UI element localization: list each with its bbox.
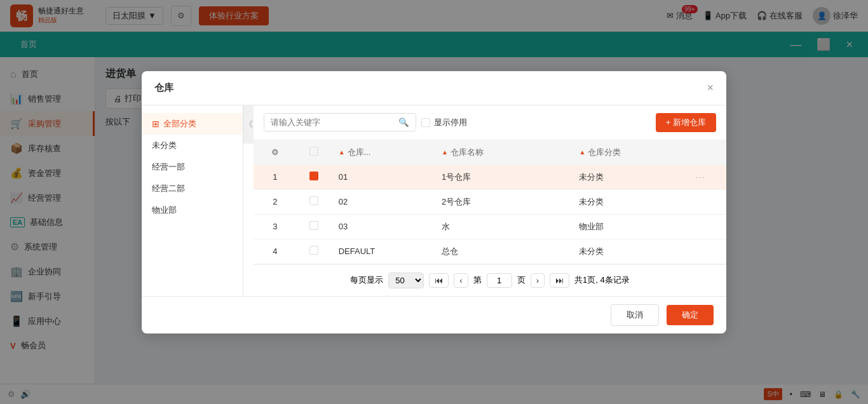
col-name-label: 仓库名称 <box>451 147 484 158</box>
col-header-category: ▲ 仓库分类 <box>571 140 674 165</box>
cell-name: 1号仓库 <box>434 165 571 189</box>
select-all-checkbox[interactable] <box>309 147 318 156</box>
table-row[interactable]: 2 02 2号仓库 未分类 <box>254 189 726 214</box>
modal-header: 仓库 × <box>142 71 726 105</box>
modal-toolbar: 🔍 显示停用 + 新增仓库 <box>254 105 726 140</box>
modal-main: 🔍 显示停用 + 新增仓库 ⚙ <box>254 105 726 296</box>
col-header-action <box>675 140 726 165</box>
modal-body: ⊞ 全部分类 未分类 经营一部 经营二部 物业部 《 <box>142 105 726 296</box>
table-row[interactable]: 3 03 水 物业部 <box>254 214 726 239</box>
cell-no: 2 <box>254 189 297 214</box>
settings-col-icon[interactable]: ⚙ <box>271 147 279 157</box>
cell-check[interactable] <box>297 214 331 239</box>
cell-no: 3 <box>254 214 297 239</box>
modal-sidebar: ⊞ 全部分类 未分类 经营一部 经营二部 物业部 <box>142 105 243 296</box>
cell-code: 02 <box>331 189 434 214</box>
sort-icon-category: ▲ <box>579 149 585 156</box>
cell-name: 2号仓库 <box>434 189 571 214</box>
cell-check[interactable] <box>297 239 331 264</box>
cell-code: DEFAULT <box>331 239 434 264</box>
warehouse-table: ⚙ ▲ 仓库... <box>254 140 726 264</box>
sort-code-button[interactable]: ▲ 仓库... <box>339 147 426 158</box>
modal-sidebar-dept1-label: 经营一部 <box>152 161 185 173</box>
modal-sidebar-all-label: 全部分类 <box>163 118 196 130</box>
cell-action <box>675 239 726 264</box>
cell-code: 03 <box>331 214 434 239</box>
modal-sidebar-uncategorized[interactable]: 未分类 <box>142 135 243 156</box>
modal-title: 仓库 <box>154 82 173 94</box>
modal-close-button[interactable]: × <box>707 81 714 95</box>
col-header-check <box>297 140 331 165</box>
cell-category: 未分类 <box>571 239 674 264</box>
cell-check[interactable] <box>297 189 331 214</box>
modal-sidebar-dept1[interactable]: 经营一部 <box>142 156 243 178</box>
row-checkbox[interactable] <box>309 221 318 230</box>
sort-category-button[interactable]: ▲ 仓库分类 <box>579 147 667 158</box>
cell-name: 水 <box>434 214 571 239</box>
confirm-button[interactable]: 确定 <box>667 305 714 325</box>
table-row[interactable]: 1 01 1号仓库 未分类 ··· <box>254 165 726 189</box>
cell-no: 1 <box>254 165 297 189</box>
table-row[interactable]: 4 DEFAULT 总仓 未分类 <box>254 239 726 264</box>
cell-name: 总仓 <box>434 239 571 264</box>
cell-action: ··· <box>675 165 726 189</box>
search-input-wrap: 🔍 <box>264 113 416 131</box>
col-header-no: ⚙ <box>254 140 297 165</box>
show-disabled-checkbox[interactable] <box>421 118 430 127</box>
sort-name-button[interactable]: ▲ 仓库名称 <box>442 147 564 158</box>
cancel-button[interactable]: 取消 <box>611 304 659 326</box>
modal-sidebar-dept2-label: 经营二部 <box>152 183 185 194</box>
row-checkbox[interactable] <box>309 246 318 255</box>
modal-pagination: 每页显示 50 10 20 100 ⏮ ‹ 第 页 › ⏭ 共1页, 4条记录 <box>254 264 726 296</box>
total-info: 共1页, 4条记录 <box>574 274 630 286</box>
cell-check[interactable] <box>297 165 331 189</box>
page-unit: 页 <box>517 274 526 286</box>
search-input[interactable] <box>264 114 392 131</box>
row-checkbox[interactable] <box>309 172 318 180</box>
modal-sidebar-dept2[interactable]: 经营二部 <box>142 178 243 199</box>
cell-code: 01 <box>331 165 434 189</box>
cell-category: 未分类 <box>571 189 674 214</box>
sort-icon-code: ▲ <box>339 149 345 156</box>
cell-action <box>675 214 726 239</box>
page-last-button[interactable]: ⏭ <box>550 273 569 288</box>
show-disabled-label: 显示停用 <box>434 117 467 128</box>
row-action-button[interactable]: ··· <box>695 172 706 182</box>
warehouse-modal: 仓库 × ⊞ 全部分类 未分类 经营一部 经营二部 <box>142 71 726 333</box>
col-header-code: ▲ 仓库... <box>331 140 434 165</box>
col-header-name: ▲ 仓库名称 <box>434 140 571 165</box>
cell-no: 4 <box>254 239 297 264</box>
sidebar-collapse-button[interactable]: 《 <box>243 105 254 144</box>
page-first-button[interactable]: ⏮ <box>429 273 449 288</box>
search-button[interactable]: 🔍 <box>392 114 416 131</box>
per-page-label: 每页显示 <box>350 274 383 286</box>
cell-action <box>675 189 726 214</box>
modal-overlay: 仓库 × ⊞ 全部分类 未分类 经营一部 经营二部 <box>0 0 868 404</box>
cell-category: 未分类 <box>571 165 674 189</box>
modal-sidebar-all[interactable]: ⊞ 全部分类 <box>142 113 243 135</box>
grid-icon: ⊞ <box>152 119 159 129</box>
cell-category: 物业部 <box>571 214 674 239</box>
per-page-select[interactable]: 50 10 20 100 <box>388 273 424 288</box>
page-next-button[interactable]: › <box>531 273 545 288</box>
row-checkbox[interactable] <box>309 196 318 205</box>
col-code-label: 仓库... <box>348 147 371 158</box>
modal-sidebar-property[interactable]: 物业部 <box>142 199 243 221</box>
page-word: 第 <box>473 274 482 286</box>
page-input[interactable] <box>487 273 512 288</box>
add-warehouse-button[interactable]: + 新增仓库 <box>656 113 716 132</box>
show-disabled-wrap: 显示停用 <box>421 117 467 128</box>
modal-sidebar-property-label: 物业部 <box>152 205 177 216</box>
col-cat-label: 仓库分类 <box>588 147 621 158</box>
collapse-icon: 《 <box>245 119 253 130</box>
modal-sidebar-uncategorized-label: 未分类 <box>152 140 177 151</box>
page-prev-button[interactable]: ‹ <box>454 273 468 288</box>
modal-footer: 取消 确定 <box>142 296 726 333</box>
sort-icon-name: ▲ <box>442 149 448 156</box>
